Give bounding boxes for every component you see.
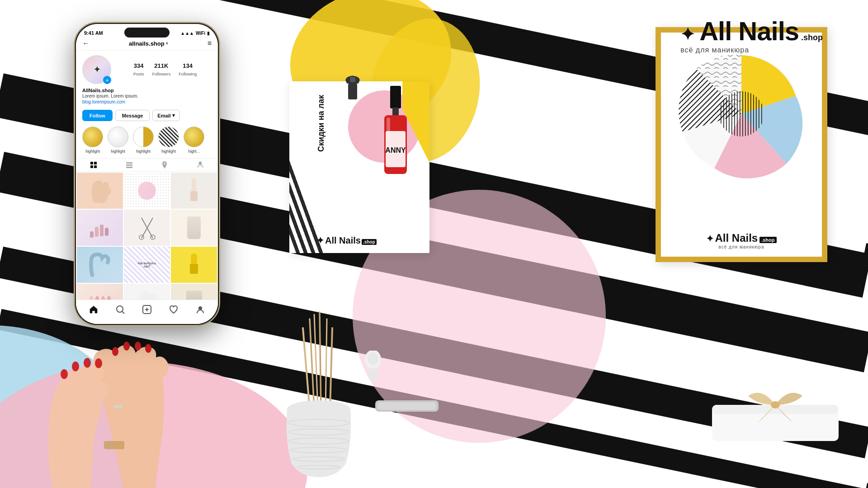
ig-email-dropdown-icon: ▾	[172, 113, 175, 118]
svg-rect-24	[192, 178, 196, 192]
promo-card: ANNY Скидки на лак ✦ All Nails .shop	[289, 81, 429, 253]
ig-avatar: ✦ +	[82, 55, 111, 84]
svg-point-45	[198, 306, 202, 310]
ig-highlight-1[interactable]: highlight	[82, 127, 103, 154]
svg-point-40	[117, 306, 123, 312]
phone-screen: 9:41 AM ▲▲▲ WiFi ▮ ← allnails.shop	[76, 24, 218, 324]
ig-highlights: highlight highlight highlight	[76, 125, 218, 158]
ig-follow-plus[interactable]: +	[103, 76, 111, 84]
svg-rect-54	[350, 77, 355, 82]
svg-rect-26	[90, 231, 94, 238]
svg-rect-22	[126, 167, 132, 168]
svg-rect-29	[105, 228, 108, 236]
ig-tab-bar	[76, 158, 218, 172]
ig-nav-search[interactable]	[115, 305, 125, 317]
ig-username: allnails.shop ▾	[129, 40, 168, 47]
ig-highlight-label-5: highl...	[188, 149, 199, 154]
ig-tab-location[interactable]	[147, 161, 183, 169]
left-hand	[27, 324, 127, 488]
svg-point-83	[84, 358, 91, 368]
ig-bio-name: AllNails.shop	[82, 88, 212, 93]
signal-icon: ▲▲▲	[180, 31, 194, 36]
frame-logo: ✦ All Nails .shop всё для маникюра	[706, 232, 776, 249]
nail-polish-bottle: ANNY	[377, 86, 414, 187]
ig-bottom-nav	[76, 300, 218, 324]
svg-rect-35	[190, 264, 198, 274]
ig-grid-cell-4[interactable]	[77, 210, 123, 246]
gift-decoration	[708, 369, 843, 461]
ig-tab-person[interactable]	[183, 161, 218, 169]
ig-grid-cell-9[interactable]	[171, 247, 217, 283]
ig-nav-heart[interactable]	[169, 305, 179, 317]
ig-photo-grid: Как выбратьлак?	[76, 172, 218, 321]
ig-grid-cell-2[interactable]	[124, 173, 170, 209]
ig-highlight-5[interactable]: highl...	[184, 127, 204, 154]
ig-status-icons: ▲▲▲ WiFi ▮	[180, 31, 210, 36]
ig-grid-cell-8[interactable]: Как выбратьлак?	[124, 247, 170, 283]
ig-stats: 334 Posts 211K Followers 134 Following	[118, 62, 212, 77]
ig-tab-grid[interactable]	[76, 161, 112, 169]
ig-time: 9:41 AM	[84, 30, 103, 36]
instagram-screen: 9:41 AM ▲▲▲ WiFi ▮ ← allnails.shop	[76, 24, 218, 324]
svg-rect-18	[90, 165, 93, 168]
ig-grid-cell-3[interactable]	[171, 173, 217, 209]
ig-followers-label: Followers	[152, 71, 170, 76]
ig-menu-button[interactable]: ≡	[208, 39, 212, 47]
svg-line-59	[326, 319, 327, 409]
svg-line-60	[330, 328, 332, 409]
phone-notch	[124, 28, 170, 38]
svg-rect-25	[190, 191, 198, 201]
phone-mockup: 9:41 AM ▲▲▲ WiFi ▮ ← allnails.shop	[66, 14, 228, 366]
ig-message-button[interactable]: Message	[115, 110, 150, 121]
ig-highlight-2[interactable]: highlight	[108, 127, 128, 154]
ig-back-button[interactable]: ←	[82, 39, 90, 47]
svg-rect-17	[94, 162, 97, 164]
svg-line-58	[320, 312, 321, 409]
promo-logo-icon: ✦	[316, 235, 324, 246]
svg-line-41	[122, 311, 124, 314]
ig-nav-home[interactable]	[89, 305, 99, 317]
brand-frame-inner: ✦ All Nails .shop всё для маникюра	[661, 33, 822, 257]
ig-tab-list[interactable]	[112, 161, 147, 169]
frame-logo-tagline: всё для маникюра	[706, 244, 776, 249]
ig-highlight-3[interactable]: highlight	[133, 127, 154, 154]
ig-bio-text: Lorem ipsum. Lorem ipsum.	[82, 93, 212, 99]
ig-avatar-logo: ✦	[94, 65, 100, 75]
ig-highlight-4[interactable]: highlight	[158, 127, 179, 154]
phone-inner: 9:41 AM ▲▲▲ WiFi ▮ ← allnails.shop	[76, 24, 218, 324]
svg-rect-72	[377, 402, 436, 410]
svg-rect-34	[191, 253, 197, 265]
ig-follow-button[interactable]: Follow	[82, 110, 113, 121]
ig-email-label: Email	[157, 113, 170, 118]
svg-rect-28	[100, 225, 104, 236]
nail-buffer	[375, 396, 439, 416]
ig-highlight-label-4: highlight	[161, 149, 176, 154]
ig-grid-cell-5[interactable]	[124, 210, 170, 246]
ig-grid-cell-6[interactable]	[171, 210, 217, 246]
white-figurine	[359, 351, 387, 389]
svg-point-69	[368, 352, 378, 365]
ig-chevron-icon: ▾	[166, 41, 168, 46]
ig-nav-profile[interactable]	[195, 305, 205, 317]
svg-rect-19	[94, 165, 97, 168]
ig-highlight-circle-3	[133, 127, 154, 147]
svg-rect-21	[126, 164, 132, 166]
ig-bio-link[interactable]: blog.loremipsum.com	[82, 99, 212, 104]
promo-brand-logo: ✦ All Nails .shop	[316, 235, 377, 246]
ig-header: ← allnails.shop ▾ ≡	[76, 38, 218, 51]
ig-nav-add[interactable]	[142, 305, 152, 317]
ig-stat-following: 134 Following	[179, 62, 197, 77]
main-container: ✦ All Nails .shop всё для маникюра 9:41 …	[0, 0, 868, 488]
brand-tagline: всё для маникюра	[680, 46, 823, 54]
binder-clip	[344, 75, 362, 103]
ig-email-button[interactable]: Email ▾	[152, 110, 179, 121]
brand-name-all: All Nails	[699, 18, 799, 44]
ig-grid-cell-7[interactable]	[77, 247, 123, 283]
brand-logo-icon: ✦	[680, 26, 695, 43]
frame-logo-all: All Nails	[715, 232, 758, 244]
ig-highlight-circle-2	[108, 127, 128, 147]
promo-logo-shop: .shop	[362, 239, 377, 245]
svg-rect-27	[95, 227, 99, 237]
svg-point-80	[771, 401, 780, 408]
ig-grid-cell-1[interactable]	[77, 173, 123, 209]
